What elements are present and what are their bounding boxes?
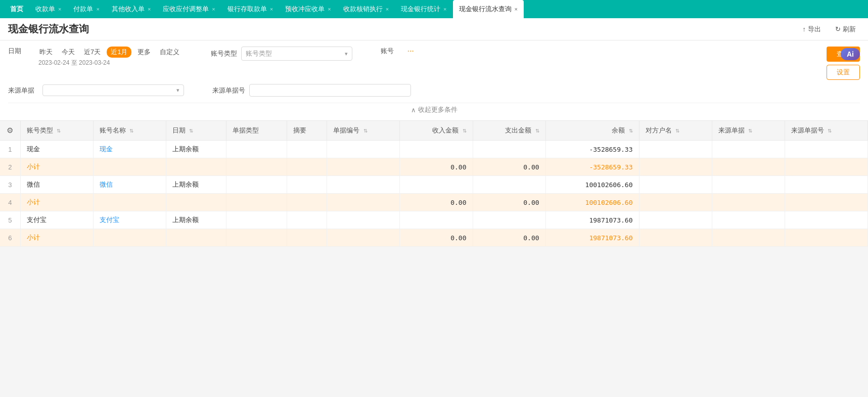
refresh-button[interactable]: ↻ 刷新 (831, 23, 860, 36)
source-doc-arrow-icon: ▾ (176, 87, 179, 94)
source-doc-num-input[interactable] (249, 84, 411, 97)
row-doc-number (327, 158, 400, 176)
col-source-doc[interactable]: 来源单据 ⇅ (712, 121, 785, 141)
nav-cash-bank-stat-close[interactable]: × (443, 6, 446, 12)
row-counterparty (639, 229, 712, 247)
date-7days[interactable]: 近7天 (81, 47, 104, 58)
date-1month[interactable]: 近1月 (107, 47, 131, 58)
col-settings[interactable]: ⚙ (0, 121, 20, 141)
row-account-name (93, 229, 166, 247)
col-doc-number[interactable]: 单据编号 ⇅ (327, 121, 400, 141)
collapse-filter-button[interactable]: ∧ 收起更多条件 (8, 103, 860, 116)
source-doc-select[interactable]: ▾ (42, 84, 184, 96)
row-source-doc (712, 176, 785, 194)
nav-payment[interactable]: 付款单 × (67, 0, 105, 18)
row-balance: 19871073.60 (545, 211, 639, 229)
sort-expense-icon: ⇅ (535, 128, 539, 134)
col-counterparty[interactable]: 对方户名 ⇅ (639, 121, 712, 141)
row-counterparty (639, 176, 712, 194)
row-balance: 100102606.60 (545, 194, 639, 211)
table-row: 6小计0.000.0019871073.60 (0, 229, 868, 247)
col-income[interactable]: 收入金额 ⇅ (400, 121, 473, 141)
row-source-doc-num (785, 141, 867, 158)
nav-other-income-close[interactable]: × (148, 6, 151, 12)
nav-receipt-label: 收款单 (35, 5, 55, 14)
row-account-type: 小计 (20, 158, 93, 176)
col-source-doc-num-label: 来源单据号 (791, 126, 824, 134)
nav-ar-ap-adjust[interactable]: 应收应付调整单 × (157, 0, 221, 18)
nav-prepay-offset[interactable]: 预收冲应收单 × (279, 0, 337, 18)
nav-receipt-verify[interactable]: 收款核销执行 × (337, 0, 395, 18)
row-source-doc (712, 194, 785, 211)
row-expense: 0.00 (473, 158, 545, 176)
date-yesterday[interactable]: 昨天 (36, 47, 56, 58)
row-summary (287, 176, 327, 194)
row-account-name (93, 194, 166, 211)
nav-bank-deposit-close[interactable]: × (270, 6, 273, 12)
account-dots-button[interactable]: ··· (405, 47, 416, 56)
col-source-doc-num[interactable]: 来源单据号 ⇅ (785, 121, 867, 141)
collapse-label: 收起更多条件 (418, 105, 458, 114)
col-expense[interactable]: 支出金额 ⇅ (473, 121, 545, 141)
nav-ar-ap-close[interactable]: × (212, 6, 215, 12)
table-row: 1现金现金上期余额-3528659.33 (0, 141, 868, 158)
row-doc-type (226, 176, 287, 194)
row-counterparty (639, 141, 712, 158)
account-label: 账号 (381, 47, 401, 56)
col-balance[interactable]: 余额 ⇅ (545, 121, 639, 141)
nav-payment-close[interactable]: × (96, 6, 99, 12)
nav-prepay-offset-close[interactable]: × (328, 6, 331, 12)
page-title: 现金银行流水查询 (8, 22, 89, 36)
setting-button[interactable]: 设置 (827, 65, 860, 80)
row-num: 1 (0, 141, 20, 158)
date-custom[interactable]: 自定义 (157, 47, 182, 58)
col-summary[interactable]: 摘要 (287, 121, 327, 141)
nav-bank-deposit[interactable]: 银行存取款单 × (221, 0, 279, 18)
collapse-up-icon: ∧ (411, 106, 416, 114)
col-doc-type-label: 单据类型 (233, 126, 259, 134)
sort-doc-number-icon: ⇅ (363, 128, 368, 134)
row-date: 上期余额 (166, 141, 226, 158)
nav-receipt-verify-close[interactable]: × (386, 6, 389, 12)
nav-other-income[interactable]: 其他收入单 × (106, 0, 157, 18)
sort-balance-icon: ⇅ (629, 128, 633, 134)
col-date[interactable]: 日期 ⇅ (166, 121, 226, 141)
ai-button[interactable]: Ai (841, 48, 860, 60)
date-today[interactable]: 今天 (59, 47, 78, 58)
col-account-name[interactable]: 账号名称 ⇅ (93, 121, 166, 141)
row-account-name[interactable]: 微信 (93, 176, 166, 194)
nav-cash-bank-query[interactable]: 现金银行流水查询 × (453, 0, 524, 18)
row-source-doc (712, 158, 785, 176)
row-account-name[interactable]: 支付宝 (93, 211, 166, 229)
nav-home-label: 首页 (10, 5, 23, 14)
row-balance: -3528659.33 (545, 141, 639, 158)
col-account-type[interactable]: 账号类型 ⇅ (20, 121, 93, 141)
col-balance-label: 余额 (612, 126, 625, 134)
account-type-select[interactable]: 账号类型 ▾ (241, 47, 352, 61)
nav-receipt-verify-label: 收款核销执行 (343, 5, 383, 14)
row-account-name (93, 158, 166, 176)
col-income-label: 收入金额 (432, 126, 459, 134)
col-summary-label: 摘要 (293, 126, 306, 134)
col-doc-type[interactable]: 单据类型 (226, 121, 287, 141)
row-doc-type (226, 229, 287, 247)
nav-cash-bank-stat[interactable]: 现金银行统计 × (395, 0, 452, 18)
column-settings-icon[interactable]: ⚙ (7, 126, 13, 135)
nav-receipt-close[interactable]: × (58, 6, 61, 12)
export-button[interactable]: ↑ 导出 (799, 23, 826, 36)
row-account-name[interactable]: 现金 (93, 141, 166, 158)
nav-home[interactable]: 首页 (4, 0, 29, 18)
nav-receipt[interactable]: 收款单 × (29, 0, 67, 18)
nav-cash-bank-query-close[interactable]: × (515, 6, 518, 12)
table-row: 2小计0.000.00-3528659.33 (0, 158, 868, 176)
row-balance: 100102606.60 (545, 176, 639, 194)
row-balance: 19871073.60 (545, 229, 639, 247)
account-type-arrow-icon: ▾ (345, 51, 348, 57)
nav-bank-deposit-label: 银行存取款单 (227, 5, 267, 14)
nav-ar-ap-label: 应收应付调整单 (163, 5, 209, 14)
date-filter-label: 日期 (8, 47, 28, 56)
row-source-doc-num (785, 211, 867, 229)
row-doc-number (327, 194, 400, 211)
date-more[interactable]: 更多 (134, 47, 154, 58)
col-expense-label: 支出金额 (505, 126, 531, 134)
